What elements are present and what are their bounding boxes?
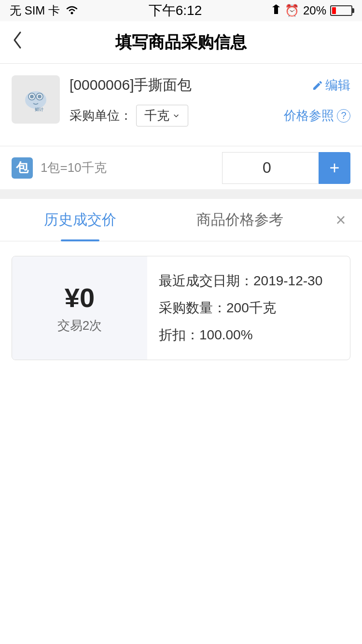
product-full-name: [0000006]手撕面包 [70, 75, 192, 95]
tab1-label: 历史成交价 [44, 210, 116, 230]
unit-value: 千克 [144, 107, 169, 124]
transaction-card: ¥0 交易2次 最近成交日期：2019-12-30 采购数量：200千克 折扣：… [12, 256, 350, 360]
sim-text: 无 SIM 卡 [10, 3, 60, 18]
svg-point-1 [25, 91, 46, 109]
help-icon: ? [337, 109, 350, 123]
tabs-header: 历史成交价 商品价格参考 × [0, 199, 362, 241]
svg-point-0 [71, 12, 73, 14]
page-title: 填写商品采购信息 [115, 31, 247, 54]
price-ref[interactable]: 价格参照 ? [284, 107, 350, 124]
product-header: 鲜计 [0000006]手撕面包 编辑 采购单位： 千克 [12, 75, 350, 126]
close-icon: × [335, 210, 346, 230]
tab-price-reference[interactable]: 商品价格参考 [160, 199, 320, 241]
tabs-section: 历史成交价 商品价格参考 × ¥0 交易2次 最近成交日期：2019-12-30… [0, 199, 362, 644]
unit-select[interactable]: 千克 [136, 105, 188, 126]
product-name-row: [0000006]手撕面包 编辑 [70, 75, 350, 95]
card-price-summary: ¥0 交易2次 [12, 256, 147, 360]
quantity-value: 200千克 [226, 300, 276, 315]
product-section: 鲜计 [0000006]手撕面包 编辑 采购单位： 千克 [0, 64, 362, 146]
discount-label: 折扣： [159, 327, 199, 342]
empty-content-area [0, 375, 362, 644]
section-divider [0, 189, 362, 199]
product-unit-row: 采购单位： 千克 价格参照 ? [70, 105, 350, 126]
purchase-quantity-row: 采购数量：200千克 [159, 298, 338, 318]
card-details: 最近成交日期：2019-12-30 采购数量：200千克 折扣：100.00% [147, 256, 350, 360]
edit-label[interactable]: 编辑 [325, 77, 350, 94]
product-info: [0000006]手撕面包 编辑 采购单位： 千克 价格参 [70, 75, 350, 126]
price-ref-label: 价格参照 [284, 107, 334, 124]
discount-row: 折扣：100.00% [159, 325, 338, 345]
edit-link[interactable]: 编辑 [312, 77, 350, 94]
status-left: 无 SIM 卡 [10, 3, 79, 18]
battery-icon [330, 5, 352, 16]
quantity-section: 包 1包=10千克 + [0, 146, 362, 189]
qty-unit-char: 包 [16, 159, 28, 176]
svg-text:鲜计: 鲜计 [34, 107, 44, 112]
tab-close-button[interactable]: × [320, 199, 362, 241]
battery-percent: 20% [303, 4, 326, 17]
svg-point-4 [30, 95, 34, 98]
recent-date-label: 最近成交日期： [159, 273, 253, 288]
quantity-label: 包 1包=10千克 [12, 157, 107, 179]
back-button[interactable] [12, 30, 23, 54]
wifi-icon [65, 4, 79, 17]
tab2-label: 商品价格参考 [196, 210, 283, 230]
status-right: ⏰ 20% [271, 3, 352, 18]
status-time: 下午6:12 [149, 1, 202, 20]
discount-value: 100.00% [199, 327, 253, 342]
card-transaction-count: 交易2次 [57, 317, 102, 334]
quantity-input-row: + [222, 152, 350, 184]
quantity-plus-button[interactable]: + [319, 152, 350, 184]
product-thumbnail: 鲜计 [12, 75, 60, 124]
nav-bar: 填写商品采购信息 [0, 21, 362, 64]
location-icon [271, 3, 281, 18]
quantity-label-text: 采购数量： [159, 300, 226, 315]
quantity-input[interactable] [222, 152, 319, 184]
unit-label: 采购单位： [70, 107, 132, 124]
qty-unit-note: 1包=10千克 [41, 159, 107, 176]
card-price-value: ¥0 [65, 282, 95, 313]
svg-point-5 [38, 95, 42, 98]
price-amount: 0 [80, 282, 95, 313]
status-bar: 无 SIM 卡 下午6:12 ⏰ 20% [0, 0, 362, 21]
recent-date-row: 最近成交日期：2019-12-30 [159, 271, 338, 291]
quantity-unit-icon: 包 [12, 157, 33, 179]
product-thumb-icon: 鲜计 [21, 83, 50, 116]
currency-symbol: ¥ [65, 282, 80, 313]
tab-history-price[interactable]: 历史成交价 [0, 199, 160, 241]
alarm-icon: ⏰ [285, 4, 299, 17]
tab-active-indicator [61, 239, 99, 241]
recent-date-value: 2019-12-30 [253, 273, 322, 288]
